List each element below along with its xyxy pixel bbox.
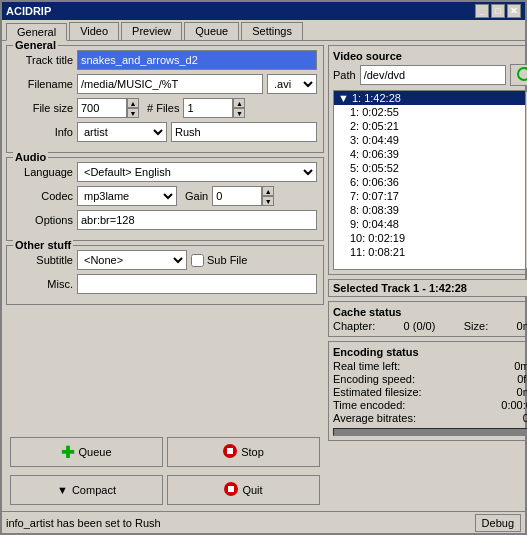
info-select[interactable]: artist xyxy=(77,122,167,142)
stop-label: Stop xyxy=(241,446,264,458)
encoding-status-label: Encoding status xyxy=(333,346,527,358)
track-list-item-2[interactable]: 2: 0:05:21 xyxy=(334,119,525,133)
real-time-label: Real time left: xyxy=(333,360,400,372)
sub-file-checkbox-label: Sub File xyxy=(191,254,247,267)
load-button[interactable]: Load xyxy=(510,64,527,86)
misc-input[interactable] xyxy=(77,274,317,294)
track-list-item-5[interactable]: 5: 0:05:52 xyxy=(334,161,525,175)
track-list-item-4[interactable]: 4: 0:06:39 xyxy=(334,147,525,161)
track-list-item-7[interactable]: 7: 0:07:17 xyxy=(334,189,525,203)
file-size-up[interactable]: ▲ xyxy=(127,98,139,108)
general-group: General Track title Filename .avi File s… xyxy=(6,45,324,153)
audio-group: Audio Language <Default> English Codec m… xyxy=(6,157,324,241)
queue-icon: ✚ xyxy=(61,443,74,462)
tab-video[interactable]: Video xyxy=(69,22,119,40)
gain-up[interactable]: ▲ xyxy=(262,186,274,196)
svg-rect-1 xyxy=(227,448,233,454)
compact-icon: ▼ xyxy=(57,484,68,496)
subtitle-row: Subtitle <None> Sub File xyxy=(13,250,317,270)
compact-button[interactable]: ▼ Compact xyxy=(10,475,163,505)
real-time-row: Real time left: 0min xyxy=(333,360,527,372)
track-title-label: Track title xyxy=(13,54,73,66)
spacer xyxy=(6,309,324,431)
minimize-button[interactable]: _ xyxy=(475,4,489,18)
filename-row: Filename .avi xyxy=(13,74,317,94)
files-input[interactable] xyxy=(183,98,233,118)
video-source-label: Video source xyxy=(333,50,527,62)
files-up[interactable]: ▲ xyxy=(233,98,245,108)
stop-button[interactable]: Stop xyxy=(167,437,320,467)
gain-spinner: ▲ ▼ xyxy=(212,186,274,206)
files-down[interactable]: ▼ xyxy=(233,108,245,118)
filename-input[interactable] xyxy=(77,74,263,94)
window-title: ACIDRIP xyxy=(6,5,51,17)
gain-down[interactable]: ▼ xyxy=(262,196,274,206)
track-list-item-9[interactable]: 9: 0:04:48 xyxy=(334,217,525,231)
time-encoded-row: Time encoded: 0:00:00 xyxy=(333,399,527,411)
maximize-button[interactable]: □ xyxy=(491,4,505,18)
options-label: Options xyxy=(13,214,73,226)
extension-select[interactable]: .avi xyxy=(267,74,317,94)
track-list-item-1[interactable]: 1: 0:02:55 xyxy=(334,105,525,119)
sub-file-label: Sub File xyxy=(207,254,247,266)
track-list: ▼ 1: 1:42:281: 0:02:552: 0:05:213: 0:04:… xyxy=(334,91,525,269)
main-window: ACIDRIP _ □ ✕ General Video Preview Queu… xyxy=(0,0,527,535)
sub-file-checkbox[interactable] xyxy=(191,254,204,267)
average-bitrates-value: 0:0 xyxy=(523,412,527,424)
tab-general[interactable]: General xyxy=(6,23,67,41)
titlebar-buttons: _ □ ✕ xyxy=(475,4,521,18)
estimated-filesize-row: Estimated filesize: 0mb xyxy=(333,386,527,398)
options-input[interactable] xyxy=(77,210,317,230)
gain-label: Gain xyxy=(185,190,208,202)
file-size-spinner-btns: ▲ ▼ xyxy=(127,98,139,118)
action-buttons-row2: ▼ Compact Quit xyxy=(6,473,324,507)
tab-queue[interactable]: Queue xyxy=(184,22,239,40)
track-title-input[interactable] xyxy=(77,50,317,70)
time-encoded-label: Time encoded: xyxy=(333,399,405,411)
video-source-group: Video source Path Load xyxy=(328,45,527,275)
selected-track-info: Selected Track 1 - 1:42:28 xyxy=(328,279,527,297)
quit-button[interactable]: Quit xyxy=(167,475,320,505)
other-group-label: Other stuff xyxy=(13,239,73,251)
language-label: Language xyxy=(13,166,73,178)
track-list-item-8[interactable]: 8: 0:08:39 xyxy=(334,203,525,217)
file-size-down[interactable]: ▼ xyxy=(127,108,139,118)
path-row: Path Load xyxy=(333,64,527,86)
track-list-item-10[interactable]: 10: 0:02:19 xyxy=(334,231,525,245)
subtitle-label: Subtitle xyxy=(13,254,73,266)
filename-label: Filename xyxy=(13,78,73,90)
track-list-container: ▼ 1: 1:42:281: 0:02:552: 0:05:213: 0:04:… xyxy=(333,90,527,270)
chapter-value: 0 (0/0) xyxy=(404,320,436,332)
misc-label: Misc. xyxy=(13,278,73,290)
encoding-speed-label: Encoding speed: xyxy=(333,373,415,385)
file-size-row: File size ▲ ▼ # Files ▲ ▼ xyxy=(13,98,317,118)
action-buttons-row1: ✚ Queue Stop xyxy=(6,435,324,469)
main-content: General Track title Filename .avi File s… xyxy=(2,41,525,511)
subtitle-select[interactable]: <None> xyxy=(77,250,187,270)
files-label: # Files xyxy=(147,102,179,114)
other-group: Other stuff Subtitle <None> Sub File Mis… xyxy=(6,245,324,305)
gain-input[interactable] xyxy=(212,186,262,206)
gain-spinner-btns: ▲ ▼ xyxy=(262,186,274,206)
info-value-input[interactable] xyxy=(171,122,317,142)
path-input[interactable] xyxy=(360,65,506,85)
track-list-item-11[interactable]: 11: 0:08:21 xyxy=(334,245,525,259)
estimated-filesize-value: 0mb xyxy=(517,386,527,398)
debug-button[interactable]: Debug xyxy=(475,514,521,532)
file-size-input[interactable] xyxy=(77,98,127,118)
codec-select[interactable]: mp3lame xyxy=(77,186,177,206)
track-list-item-3[interactable]: 3: 0:04:49 xyxy=(334,133,525,147)
estimated-filesize-label: Estimated filesize: xyxy=(333,386,422,398)
titlebar: ACIDRIP _ □ ✕ xyxy=(2,2,525,20)
close-button[interactable]: ✕ xyxy=(507,4,521,18)
svg-point-4 xyxy=(518,68,527,80)
language-select[interactable]: <Default> English xyxy=(77,162,317,182)
cache-status-group: Cache status Chapter: 0 (0/0) Size: 0mb xyxy=(328,301,527,337)
status-message: info_artist has been set to Rush xyxy=(6,517,161,529)
tab-preview[interactable]: Preview xyxy=(121,22,182,40)
queue-button[interactable]: ✚ Queue xyxy=(10,437,163,467)
track-list-item-0[interactable]: ▼ 1: 1:42:28 xyxy=(334,91,525,105)
tab-settings[interactable]: Settings xyxy=(241,22,303,40)
track-list-item-6[interactable]: 6: 0:06:36 xyxy=(334,175,525,189)
average-bitrates-label: Average bitrates: xyxy=(333,412,416,424)
